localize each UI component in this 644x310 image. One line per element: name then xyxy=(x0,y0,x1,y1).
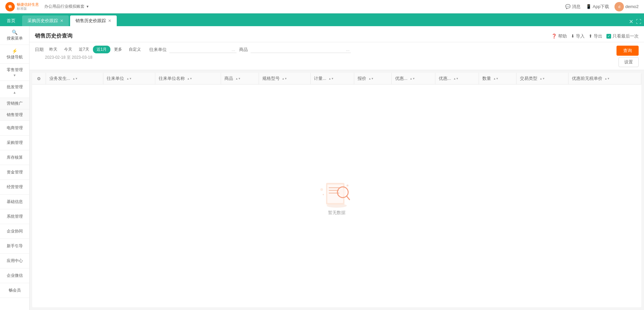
close-tab-btn[interactable]: ✕ xyxy=(629,18,633,25)
sidebar-item-wechat[interactable]: 企业微信 xyxy=(0,268,29,283)
sidebar-item-finance[interactable]: 资金管理 xyxy=(0,165,29,180)
chevron-down-icon-retail: ▼ xyxy=(13,73,16,77)
sidebar-item-purchase[interactable]: 采购管理 xyxy=(0,136,29,150)
date-filter-label: 日期 xyxy=(35,47,44,53)
sidebar-item-app-center[interactable]: 应用中心 xyxy=(0,254,29,268)
help-icon: ❓ xyxy=(551,34,557,39)
sidebar-item-search[interactable]: 🔍 搜索菜单 xyxy=(0,26,29,45)
svg-point-9 xyxy=(346,185,348,187)
logo-area: 畅 畅捷信好生意 标准版 xyxy=(5,2,39,11)
only-last-checkbox-label[interactable]: ✓ 只看最后一次 xyxy=(606,33,639,39)
sort-arrows-discount1: ▲▼ xyxy=(410,77,415,80)
sidebar-item-system[interactable]: 系统管理 xyxy=(0,209,29,224)
chevron-down-icon: ▼ xyxy=(86,5,89,8)
top-bar-right: 💬 消息 📱 App下载 d demo2 xyxy=(565,2,639,11)
sidebar-item-guide[interactable]: 新手引导 xyxy=(0,239,29,254)
svg-point-11 xyxy=(320,188,323,191)
counterpart-dots: ... xyxy=(232,47,235,52)
export-icon: ⬆ xyxy=(589,34,592,39)
help-btn[interactable]: ❓ 帮助 xyxy=(551,33,567,39)
top-bar-left: 畅 畅捷信好生意 标准版 办公用品行业模拟账套 ▼ xyxy=(5,2,92,11)
goods-dots: ... xyxy=(346,47,350,52)
goods-input[interactable]: ... xyxy=(251,46,351,53)
setting-button[interactable]: 设置 xyxy=(619,57,639,67)
only-last-checkbox[interactable]: ✓ xyxy=(606,34,611,39)
date-btn-yesterday[interactable]: 昨天 xyxy=(46,46,60,53)
sort-arrows-quantity: ▲▼ xyxy=(493,77,498,80)
sidebar-item-shortcut[interactable]: ⚡ 快捷导航 xyxy=(0,45,29,64)
chevron-up-icon-wholesale: ▲ xyxy=(13,91,16,94)
counterpart-input[interactable]: ... xyxy=(169,46,236,53)
sort-arrows-discount2: ▲▼ xyxy=(453,77,459,80)
sidebar-item-enterprise[interactable]: 企业协同 xyxy=(0,224,29,239)
query-button[interactable]: 查询 xyxy=(616,46,639,56)
workspace-selector[interactable]: 办公用品行业模拟账套 ▼ xyxy=(42,2,92,11)
data-table: ⚙ 业务发生... ▲▼ 往来单位 ▲▼ 往来单位名称 ▲▼ xyxy=(32,73,641,85)
sidebar-item-marketing[interactable]: 营销推广 xyxy=(0,98,29,109)
counterpart-label: 往来单位 xyxy=(149,47,167,53)
sort-arrows-spec: ▲▼ xyxy=(282,77,287,80)
avatar: d xyxy=(614,2,624,11)
app-download-btn[interactable]: 📱 App下载 xyxy=(586,4,609,10)
import-btn[interactable]: ⬇ 导入 xyxy=(571,33,585,39)
date-btn-1month[interactable]: 近1月 xyxy=(93,46,111,53)
date-options: 昨天 今天 近7天 近1月 更多 自定义 xyxy=(46,46,144,53)
goods-label: 商品 xyxy=(239,47,248,53)
date-btn-custom[interactable]: 自定义 xyxy=(126,46,144,53)
maximize-btn[interactable]: ⛶ xyxy=(636,19,641,25)
export-btn[interactable]: ⬆ 导出 xyxy=(589,33,602,39)
sidebar-item-operation[interactable]: 经营管理 xyxy=(0,180,29,195)
svg-line-8 xyxy=(346,196,350,200)
sort-arrows-pretax-price: ▲▼ xyxy=(604,77,610,80)
column-discount1[interactable]: 优惠... ▲▼ xyxy=(392,73,435,85)
column-counterpart-code[interactable]: 往来单位 ▲▼ xyxy=(103,73,155,85)
sort-arrows-biz-date: ▲▼ xyxy=(72,77,78,80)
date-btn-today[interactable]: 今天 xyxy=(61,46,75,53)
sort-arrows-trade-type: ▲▼ xyxy=(540,77,545,80)
tab-bar: 首页 采购历史价跟踪 ✕ 销售历史价跟踪 ✕ ✕ ⛶ xyxy=(0,13,644,26)
sidebar-item-inventory[interactable]: 库存核算 xyxy=(0,150,29,165)
sort-arrows-goods: ▲▼ xyxy=(235,77,241,80)
tab-sales-history[interactable]: 销售历史价跟踪 ✕ xyxy=(70,15,117,26)
column-biz-date[interactable]: 业务发生... ▲▼ xyxy=(46,73,103,85)
tab-purchase-history[interactable]: 采购历史价跟踪 ✕ xyxy=(22,15,69,26)
column-trade-type[interactable]: 交易类型 ▲▼ xyxy=(517,73,568,85)
column-quantity[interactable]: 数量 ▲▼ xyxy=(479,73,516,85)
column-spec[interactable]: 规格型号 ▲▼ xyxy=(259,73,310,85)
message-icon: 💬 xyxy=(565,4,571,9)
empty-state: 暂无数据 xyxy=(32,85,641,307)
top-bar: 畅 畅捷信好生意 标准版 办公用品行业模拟账套 ▼ 💬 消息 📱 App下载 d… xyxy=(0,0,644,13)
column-goods[interactable]: 商品 ▲▼ xyxy=(221,73,259,85)
svg-point-7 xyxy=(339,189,346,196)
sort-arrows-unit: ▲▼ xyxy=(328,77,334,80)
message-btn[interactable]: 💬 消息 xyxy=(565,4,581,10)
svg-point-10 xyxy=(323,194,324,195)
column-counterpart-name[interactable]: 往来单位名称 ▲▼ xyxy=(155,73,221,85)
logo-text: 畅捷信好生意 标准版 xyxy=(17,2,39,11)
sidebar-item-member[interactable]: 畅会员 xyxy=(0,283,29,298)
column-unit[interactable]: 计量... ▲▼ xyxy=(310,73,354,85)
tab-close-sales[interactable]: ✕ xyxy=(108,18,111,23)
date-range-display: 2023-02-18 至 2023-03-18 xyxy=(45,55,92,60)
column-settings[interactable]: ⚙ xyxy=(32,73,46,85)
tab-home[interactable]: 首页 xyxy=(1,15,21,26)
date-btn-7days[interactable]: 近7天 xyxy=(76,46,92,53)
column-discount2[interactable]: 优惠... ▲▼ xyxy=(435,73,479,85)
logo-icon: 畅 xyxy=(5,2,15,11)
column-pretax-price[interactable]: 优惠前无税单价 ▲▼ xyxy=(568,73,641,85)
import-icon: ⬇ xyxy=(571,34,575,39)
table-area: ⚙ 业务发生... ▲▼ 往来单位 ▲▼ 往来单位名称 ▲▼ xyxy=(32,73,641,307)
sort-arrows-counterpart-code: ▲▼ xyxy=(126,77,132,80)
sidebar-item-wholesale[interactable]: 批发管理 ▲ xyxy=(0,81,29,98)
search-icon: 🔍 xyxy=(12,30,17,35)
sidebar-item-base-info[interactable]: 基础信息 xyxy=(0,195,29,209)
empty-text: 暂无数据 xyxy=(328,210,345,216)
date-btn-more[interactable]: 更多 xyxy=(111,46,125,53)
sidebar-item-ecommerce[interactable]: 电商管理 xyxy=(0,121,29,136)
column-quote-price[interactable]: 报价 ▲▼ xyxy=(354,73,391,85)
sidebar-item-sales-mgmt[interactable]: 销售管理 xyxy=(0,109,29,121)
sidebar-item-retail[interactable]: 零售管理 ▼ xyxy=(0,64,29,81)
sort-arrows-counterpart-name: ▲▼ xyxy=(187,77,192,80)
tab-close-purchase[interactable]: ✕ xyxy=(60,18,63,23)
user-menu[interactable]: d demo2 xyxy=(614,2,639,11)
